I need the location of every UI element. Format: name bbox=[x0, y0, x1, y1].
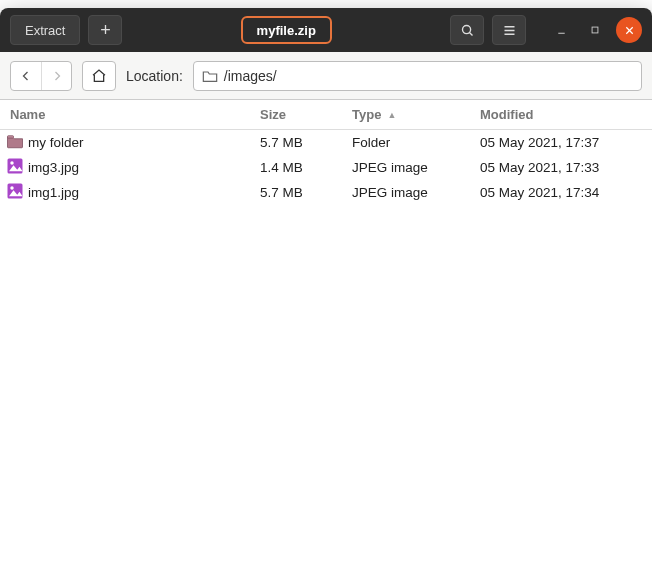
svg-point-11 bbox=[10, 161, 13, 164]
file-name: img1.jpg bbox=[28, 185, 79, 200]
location-value: /images/ bbox=[224, 68, 277, 84]
close-icon bbox=[624, 25, 635, 36]
image-icon bbox=[6, 182, 24, 203]
menu-button[interactable] bbox=[492, 15, 526, 45]
image-icon bbox=[6, 157, 24, 178]
maximize-icon bbox=[590, 25, 600, 35]
col-header-type[interactable]: Type ▲ bbox=[352, 107, 480, 122]
back-button[interactable] bbox=[11, 62, 41, 90]
hamburger-icon bbox=[502, 23, 517, 38]
search-button[interactable] bbox=[450, 15, 484, 45]
svg-rect-9 bbox=[8, 136, 14, 138]
file-modified: 05 May 2021, 17:34 bbox=[480, 185, 642, 200]
folder-icon bbox=[6, 132, 24, 153]
table-row[interactable]: img3.jpg1.4 MBJPEG image05 May 2021, 17:… bbox=[0, 155, 652, 180]
svg-point-0 bbox=[462, 25, 470, 33]
minimize-icon bbox=[556, 25, 567, 36]
chevron-left-icon bbox=[20, 70, 32, 82]
col-header-size[interactable]: Size bbox=[260, 107, 352, 122]
column-headers: Name Size Type ▲ Modified bbox=[0, 100, 652, 130]
maximize-button[interactable] bbox=[582, 17, 608, 43]
file-type: JPEG image bbox=[352, 185, 480, 200]
minimize-button[interactable] bbox=[548, 17, 574, 43]
archive-title: myfile.zip bbox=[241, 16, 332, 44]
file-size: 5.7 MB bbox=[260, 185, 352, 200]
col-header-modified[interactable]: Modified bbox=[480, 107, 642, 122]
file-modified: 05 May 2021, 17:37 bbox=[480, 135, 642, 150]
file-modified: 05 May 2021, 17:33 bbox=[480, 160, 642, 175]
file-type: JPEG image bbox=[352, 160, 480, 175]
search-icon bbox=[460, 23, 475, 38]
table-row[interactable]: img1.jpg5.7 MBJPEG image05 May 2021, 17:… bbox=[0, 180, 652, 205]
table-row[interactable]: my folder5.7 MBFolder05 May 2021, 17:37 bbox=[0, 130, 652, 155]
col-header-name[interactable]: Name bbox=[4, 107, 260, 122]
add-button[interactable]: + bbox=[88, 15, 122, 45]
location-input[interactable]: /images/ bbox=[193, 61, 642, 91]
toolbar: Location: /images/ bbox=[0, 52, 652, 100]
file-list: my folder5.7 MBFolder05 May 2021, 17:37i… bbox=[0, 130, 652, 205]
svg-rect-6 bbox=[592, 27, 598, 33]
svg-line-1 bbox=[469, 32, 472, 35]
file-type: Folder bbox=[352, 135, 480, 150]
nav-group bbox=[10, 61, 72, 91]
forward-button[interactable] bbox=[41, 62, 71, 90]
file-size: 5.7 MB bbox=[260, 135, 352, 150]
folder-icon bbox=[202, 69, 218, 83]
sort-asc-icon: ▲ bbox=[387, 110, 396, 120]
archive-manager-window: Extract + myfile.zip bbox=[0, 8, 652, 579]
svg-point-13 bbox=[10, 186, 13, 189]
file-name: img3.jpg bbox=[28, 160, 79, 175]
col-header-type-label: Type bbox=[352, 107, 381, 122]
file-size: 1.4 MB bbox=[260, 160, 352, 175]
home-button[interactable] bbox=[82, 61, 116, 91]
file-name: my folder bbox=[28, 135, 84, 150]
location-label: Location: bbox=[126, 68, 183, 84]
home-icon bbox=[91, 68, 107, 84]
extract-button[interactable]: Extract bbox=[10, 15, 80, 45]
close-button[interactable] bbox=[616, 17, 642, 43]
chevron-right-icon bbox=[51, 70, 63, 82]
titlebar: Extract + myfile.zip bbox=[0, 8, 652, 52]
